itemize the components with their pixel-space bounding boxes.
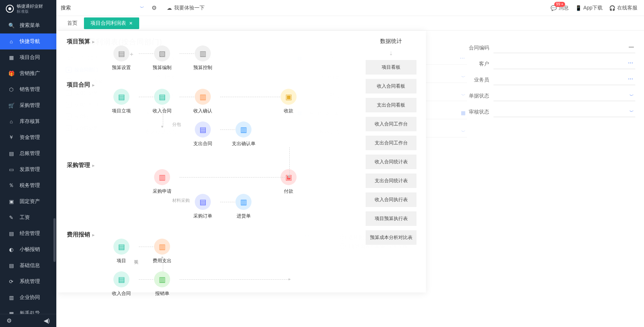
flow-arrow (180, 279, 289, 280)
sidebar-item-search[interactable]: 🔍搜索菜单 (0, 17, 56, 33)
sidebar-scrollbar[interactable] (53, 218, 56, 262)
chevron-right-icon: ▸ (92, 83, 94, 88)
sidebar-item-quicknav[interactable]: ⌂快捷导航 (0, 33, 56, 49)
input-bill-status[interactable]: ﹀ (494, 91, 635, 101)
header-online-service[interactable]: 🎧 在线客服 (609, 5, 637, 11)
node-income-confirm[interactable]: ▥收入确认 (188, 89, 217, 114)
sidebar-item-marketing[interactable]: 🎁营销推广 (0, 65, 56, 81)
header-search-label[interactable]: 搜索 (61, 5, 71, 11)
node-purchase-order[interactable]: ▤采购订单 (188, 194, 217, 219)
node-expense-out[interactable]: ▥费用支出 (148, 239, 177, 264)
sidebar-item-inventory[interactable]: ⌂库存核算 (0, 113, 56, 129)
flow-row-contract: ▤项目立项 ▤收入合同 ▥收入确认 ▣收款 分包 ▤支出合同 ▥支出确认单 (67, 89, 416, 161)
rows-icon: ▤ (8, 263, 15, 268)
chevron-right-icon: ▸ (92, 163, 94, 168)
plus-icon[interactable]: ＋ (129, 51, 134, 58)
cols-icon: ▥ (8, 295, 15, 300)
node-reimburse-form[interactable]: ▥报销单 (148, 271, 177, 297)
mini-subcontract: 分包 (172, 121, 181, 128)
more-icon[interactable]: ⋯ (460, 55, 466, 61)
cloud-icon: ☁ (167, 5, 172, 11)
chevron-down-icon[interactable]: ﹀ (461, 74, 466, 80)
node-project[interactable]: ▤项目 (107, 239, 136, 264)
phone-icon: 📱 (575, 5, 581, 11)
sidebar-item-basic-info[interactable]: ▤基础信息 (0, 258, 56, 274)
flow-arrow (163, 107, 163, 127)
node-income-contract-2[interactable]: ▤收入合同 (107, 271, 136, 297)
node-receipt[interactable]: ▣收款 (274, 89, 303, 114)
doc-icon: ▤ (113, 271, 129, 287)
tab-home[interactable]: 首页 (61, 17, 84, 29)
node-payment[interactable]: ▣付款 (274, 169, 303, 195)
try-experience[interactable]: ☁ 我要体验一下 (167, 5, 205, 11)
node-budget-control[interactable]: ▥预算控制 (188, 45, 217, 71)
grid-icon: ▦ (8, 311, 15, 314)
home-icon: ⌂ (8, 39, 15, 44)
percent-icon: ％ (8, 182, 15, 189)
sidebar-item-ledger[interactable]: ▤总账管理 (0, 145, 56, 161)
half-circle-icon: ◐ (8, 247, 15, 252)
doc-icon: ▤ (195, 121, 211, 137)
node-income-contract[interactable]: ▤收入合同 (148, 89, 177, 114)
node-budget-edit[interactable]: ▧预算编制 (148, 45, 177, 71)
rows-icon: ▤ (8, 151, 15, 156)
chevron-right-icon: ▸ (92, 232, 94, 238)
chevron-down-icon[interactable]: ﹀ (461, 92, 466, 99)
sidebar-item-business[interactable]: ▤经营管理 (0, 226, 56, 242)
node-expense-confirm[interactable]: ▥支出确认单 (229, 121, 258, 147)
header-messages[interactable]: 💬 消息 99 + (551, 5, 569, 11)
sidebar-item-collab[interactable]: ▥企业协同 (0, 290, 56, 306)
doc-icon: ▤ (195, 194, 211, 210)
cart-icon: 🛒 (8, 103, 15, 108)
more-icon[interactable]: ⋯ (628, 60, 634, 66)
tab-profit-report[interactable]: 项目合同利润表 ✕ (84, 17, 139, 29)
chevron-down-icon[interactable]: ﹀ (629, 93, 634, 99)
mini-material-purchase: 材料采购 (172, 198, 190, 204)
header: 搜索 ﹀ ⚙ ☁ 我要体验一下 💬 消息 99 + 📱 App下载 🎧 在线客服 (56, 0, 644, 16)
sidebar-item-reimburse[interactable]: ◐小畅报销 (0, 242, 56, 258)
chevron-down-icon[interactable]: ﹀ (629, 109, 634, 115)
brand-logo-icon (6, 5, 14, 13)
chevron-down-icon[interactable]: ﹀ (461, 129, 466, 135)
sidebar-item-system[interactable]: ⟳系统管理 (0, 274, 56, 290)
node-expense-contract[interactable]: ▤支出合同 (188, 121, 217, 147)
yen-icon: ￥ (8, 134, 15, 141)
node-budget-setting[interactable]: ▤预算设置 (107, 45, 136, 71)
gear-icon[interactable]: ⚙ (152, 4, 157, 11)
flow-arrow (180, 177, 289, 178)
hex-icon: ⬡ (8, 87, 15, 92)
sidebar-item-sales[interactable]: ⬡销售管理 (0, 81, 56, 97)
sidebar-item-purchase[interactable]: 🛒采购管理 (0, 97, 56, 113)
doc-icon: ▤ (113, 239, 129, 255)
sidebar-item-invoice[interactable]: ▭发票管理 (0, 161, 56, 178)
sidebar-item-salary[interactable]: ✎工资 (0, 210, 56, 226)
sidebar-item-guide[interactable]: ▦新手引导 (0, 306, 56, 314)
section-budget-title: 项目预算▸ (67, 38, 416, 45)
node-goods-receipt[interactable]: ▥进货单 (229, 194, 258, 219)
close-icon[interactable]: ✕ (129, 21, 133, 26)
refresh-icon: ⟳ (8, 279, 15, 284)
input-audit-status[interactable]: ﹀ (494, 107, 635, 117)
flow-row-purchase: ▥采购申请 ▣付款 材料采购 ▤采购订单 ▥进货单 (67, 169, 416, 231)
input-customer[interactable]: ⋯ (494, 59, 635, 69)
doc-icon: ▤ (113, 89, 129, 105)
chevron-right-icon: ▸ (92, 39, 94, 44)
header-app-download[interactable]: 📱 App下载 (575, 5, 603, 11)
collapse-icon[interactable]: ◀) (44, 317, 50, 324)
flow-row-expense: ▤项目 关联 ▥费用支出 ▤收入合同 ▥报销单 (67, 239, 416, 304)
doc-icon: ▥ (236, 194, 251, 210)
sidebar-item-funds[interactable]: ￥资金管理 (0, 129, 56, 145)
settings-icon[interactable]: ⚙ (7, 317, 12, 324)
tabs: 首页 项目合同利润表 ✕ (56, 16, 644, 31)
more-icon[interactable]: ⋯ (628, 76, 634, 82)
sidebar-item-project-contract[interactable]: ▦项目合同 (0, 49, 56, 65)
input-contract-code[interactable]: — (494, 43, 635, 53)
node-project-setup[interactable]: ▤项目立项 (107, 89, 136, 114)
sidebar-item-fixed-assets[interactable]: ▣固定资产 (0, 194, 56, 210)
input-salesman[interactable]: ⋯ (494, 75, 635, 85)
chevron-down-icon[interactable]: ﹀ (140, 5, 144, 11)
doc-icon: ▤ (113, 45, 129, 61)
brand-edition: 标准版 (17, 9, 43, 14)
sidebar-item-tax[interactable]: ％税务管理 (0, 178, 56, 194)
node-purchase-request[interactable]: ▥采购申请 (148, 169, 177, 195)
